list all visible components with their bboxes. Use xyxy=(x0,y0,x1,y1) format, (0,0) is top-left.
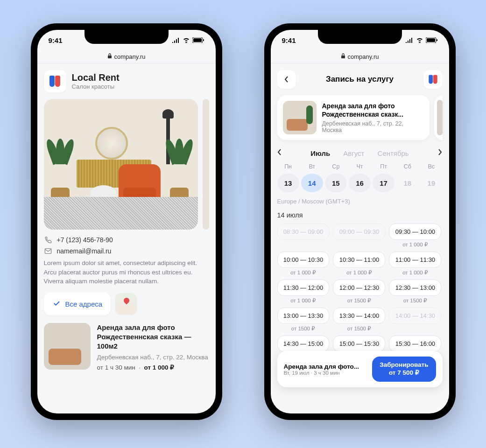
status-bar: 9:41 xyxy=(37,30,216,50)
timeslot[interactable]: 10:00 — 10:30от 1 000 ₽ xyxy=(277,252,330,276)
timeslot[interactable]: 14:30 — 15:00 xyxy=(277,336,330,352)
phone-icon xyxy=(44,236,52,244)
month-next[interactable] xyxy=(437,148,442,158)
page-title: Запись на услугу xyxy=(326,75,394,84)
phone-row[interactable]: +7 (123) 456-78-90 xyxy=(44,236,209,244)
timeslot: 08:30 — 09:00 xyxy=(277,224,330,248)
lock-icon xyxy=(107,53,112,60)
timeslot: 09:00 — 09:30 xyxy=(333,224,385,248)
svg-rect-3 xyxy=(108,56,112,58)
timezone-label: Europe / Moscow (GMT+3) xyxy=(277,198,443,205)
timeslot[interactable]: 13:00 — 13:30от 1500 ₽ xyxy=(277,308,330,332)
timeslot[interactable]: 09:30 — 10:00от 1 000 ₽ xyxy=(389,224,441,248)
svg-rect-8 xyxy=(341,56,345,58)
company-header: Local Rent Салон красоты xyxy=(44,70,209,92)
timeslot[interactable]: 15:00 — 15:30 xyxy=(333,336,385,352)
listing-address: Дербеневская наб., 7, стр. 22, Москва xyxy=(97,354,209,361)
booking-title: Аренда зала для фото... xyxy=(284,363,359,370)
service-card-next[interactable] xyxy=(434,95,443,140)
day-14-selected[interactable]: 14 xyxy=(301,174,323,192)
timeslot[interactable]: 15:30 — 16:00 xyxy=(389,336,441,352)
calendar-days: 13 14 15 16 17 18 19 xyxy=(277,174,443,192)
timeslot[interactable]: 12:00 — 12:30от 1500 ₽ xyxy=(333,280,385,304)
status-time: 9:41 xyxy=(49,36,63,44)
timeslot[interactable]: 12:30 — 13:00от 1500 ₽ xyxy=(389,280,441,304)
logo-small xyxy=(423,70,442,89)
month-tabs[interactable]: Июль Август Сентябрь xyxy=(310,149,409,157)
svg-rect-7 xyxy=(437,39,437,41)
email-row[interactable]: namemail@mail.ru xyxy=(44,247,209,255)
all-addresses-button[interactable]: Все адреса xyxy=(44,293,111,315)
service-card-title: Аренда зала для фото Рождественнская ска… xyxy=(322,102,424,119)
timeslot[interactable]: 11:30 — 12:00от 1 000 ₽ xyxy=(277,280,330,304)
listing-meta: от 1 ч 30 мин · от 1 000 ₽ xyxy=(97,364,209,371)
booking-bar: Аренда зала для фото... Вт, 19 июл · 3 ч… xyxy=(277,351,443,387)
back-button[interactable] xyxy=(277,70,296,89)
listing-title: Аренда зала для фото Рождественнская ска… xyxy=(97,323,209,351)
day-17[interactable]: 17 xyxy=(373,174,394,192)
status-icons xyxy=(405,37,438,43)
day-16[interactable]: 16 xyxy=(349,174,371,192)
status-icons xyxy=(172,37,204,43)
timeslots: 08:30 — 09:0009:00 — 09:3009:30 — 10:00о… xyxy=(277,224,443,372)
company-logo xyxy=(44,70,66,92)
company-title: Local Rent xyxy=(72,72,120,83)
company-description: Lorem ipsum dolor sit amet, consectetur … xyxy=(44,259,209,286)
hero-image[interactable] xyxy=(44,99,198,230)
status-time: 9:41 xyxy=(282,36,296,44)
hero-image-next[interactable] xyxy=(203,99,209,230)
month-2[interactable]: Сентябрь xyxy=(377,149,409,157)
svg-rect-2 xyxy=(203,39,204,41)
listing-image xyxy=(44,323,91,370)
browser-domain: company.ru xyxy=(348,53,379,60)
lock-icon xyxy=(341,53,345,60)
browser-address-bar: company.ru xyxy=(37,50,216,63)
booking-subtitle: Вт, 19 июл · 3 ч 30 мин xyxy=(284,370,359,376)
month-prev[interactable] xyxy=(277,148,282,158)
service-card-address: Дербеневская наб., 7, стр. 22, Москва xyxy=(322,120,424,133)
day-15[interactable]: 15 xyxy=(325,174,347,192)
month-active[interactable]: Июль xyxy=(310,149,330,157)
timeslot: 14:00 — 14:30 xyxy=(389,308,441,332)
book-button[interactable]: Забронировать от 7 500 ₽ xyxy=(372,357,436,382)
timeslot[interactable]: 10:30 — 11:00от 1 000 ₽ xyxy=(333,252,385,276)
day-19-disabled: 19 xyxy=(420,174,442,192)
check-icon xyxy=(52,299,61,309)
browser-domain: company.ru xyxy=(114,53,146,60)
day-13[interactable]: 13 xyxy=(277,174,299,192)
listing-card[interactable]: Аренда зала для фото Рождественнская ска… xyxy=(44,323,209,371)
selected-date-label: 14 июля xyxy=(277,211,443,219)
email-icon xyxy=(44,247,52,255)
status-bar: 9:41 xyxy=(271,30,449,50)
browser-address-bar: company.ru xyxy=(271,50,449,63)
company-subtitle: Салон красоты xyxy=(72,83,120,90)
all-addresses-label: Все адреса xyxy=(65,300,103,308)
svg-rect-1 xyxy=(193,38,202,42)
email-value: namemail@mail.ru xyxy=(57,247,112,255)
timeslot[interactable]: 13:30 — 14:00от 1500 ₽ xyxy=(333,308,385,332)
svg-rect-6 xyxy=(427,38,435,42)
phone-value: +7 (123) 456-78-90 xyxy=(57,236,113,244)
service-card[interactable]: Аренда зала для фото Рождественнская ска… xyxy=(277,95,430,140)
month-1[interactable]: Август xyxy=(343,149,364,157)
timeslot[interactable]: 11:00 — 11:30от 1 000 ₽ xyxy=(389,252,441,276)
map-thumbnail[interactable] xyxy=(115,293,137,315)
calendar-dow: ПнВтСрЧтПтСбВс xyxy=(277,163,443,170)
service-card-image xyxy=(283,101,317,134)
day-18-disabled: 18 xyxy=(396,174,418,192)
